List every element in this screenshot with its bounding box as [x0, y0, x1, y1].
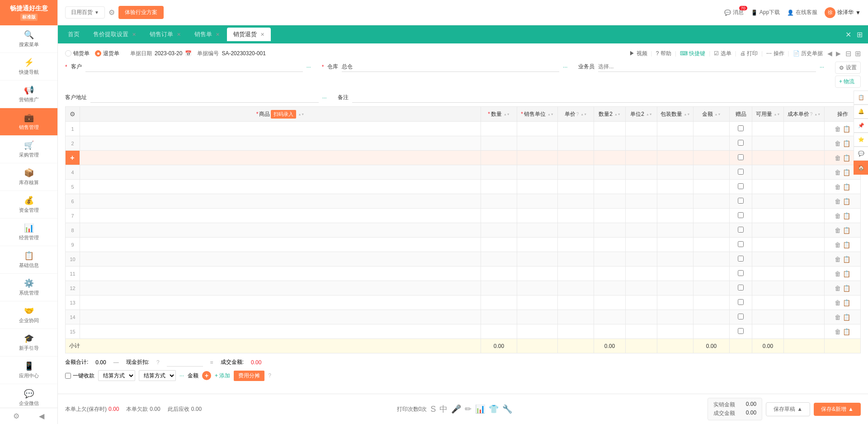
qty-cell-12[interactable]	[481, 281, 517, 295]
cost-unit-cell-8[interactable]	[784, 223, 825, 238]
pack-qty-cell-6[interactable]	[657, 194, 693, 209]
cost-unit-cell-11[interactable]	[784, 267, 825, 281]
gift-checkbox-14[interactable]	[738, 314, 744, 319]
qty2-cell-1[interactable]	[594, 122, 626, 136]
side-panel-btn-3[interactable]: 📌	[854, 119, 868, 133]
footer-icon-5[interactable]: 📊	[475, 404, 485, 414]
payment-method-select[interactable]: 结算方式	[98, 370, 135, 381]
available-cell-2[interactable]	[752, 136, 784, 151]
tab-close-sale-delivery[interactable]: ✕	[216, 32, 220, 38]
address-lookup-icon[interactable]: ···	[322, 95, 327, 101]
available-cell-14[interactable]	[752, 310, 784, 324]
delete-row-8-icon[interactable]: 🗑	[835, 227, 841, 234]
header-settings-icon[interactable]: ⚙	[108, 8, 115, 17]
qty2-cell-11[interactable]	[594, 267, 626, 281]
copy-row-13-icon[interactable]: 📋	[843, 299, 850, 306]
prev-record-icon[interactable]: ◀	[826, 49, 833, 58]
delete-row-5-icon[interactable]: 🗑	[835, 183, 841, 191]
qty2-cell-15[interactable]	[594, 324, 626, 339]
product-cell-12[interactable]	[80, 281, 481, 295]
product-cell-10[interactable]	[80, 252, 481, 267]
available-cell-12[interactable]	[752, 281, 784, 295]
copy-row-14-icon[interactable]: 📋	[843, 314, 850, 321]
sidebar-item-enterprise[interactable]: 🤝 企业协同	[0, 301, 57, 329]
col-resize-handle-cost[interactable]	[821, 110, 822, 118]
qty-cell-7[interactable]	[481, 209, 517, 223]
amount-cell-4[interactable]	[693, 165, 730, 180]
qty2-cell-2[interactable]	[594, 136, 626, 151]
copy-row-7-icon[interactable]: 📋	[843, 212, 850, 219]
copy-row-9-icon[interactable]: 📋	[843, 241, 850, 248]
address-input[interactable]	[90, 92, 319, 103]
sidebar-item-sales[interactable]: 💼 销售管理	[0, 108, 57, 136]
qty2-cell-5[interactable]	[594, 180, 626, 194]
unit-price-cell-13[interactable]	[558, 295, 594, 310]
qty2-cell-3[interactable]	[594, 151, 626, 165]
gift-cell-12[interactable]	[730, 281, 752, 295]
product-cell-13[interactable]	[80, 295, 481, 310]
sidebar-item-guide[interactable]: 🎓 新手引导	[0, 329, 57, 357]
product-cell-5[interactable]	[80, 180, 481, 194]
account-select[interactable]: 结算方式	[139, 370, 176, 381]
delete-row-15-icon[interactable]: 🗑	[835, 328, 841, 335]
amount-cell-13[interactable]	[693, 295, 730, 310]
sidebar-item-app-center[interactable]: 📱 应用中心	[0, 357, 57, 384]
footer-icon-3[interactable]: 🎤	[451, 404, 461, 414]
warehouse-lookup-icon[interactable]: ···	[563, 64, 567, 70]
copy-row-12-icon[interactable]: 📋	[843, 285, 850, 292]
add-logistics-button[interactable]: + 物流	[835, 76, 861, 88]
available-cell-13[interactable]	[752, 295, 784, 310]
table-settings-icon[interactable]: ⚙	[69, 110, 76, 119]
amount-cell-15[interactable]	[693, 324, 730, 339]
pack-qty-cell-5[interactable]	[657, 180, 693, 194]
gift-checkbox-13[interactable]	[738, 299, 744, 305]
available-cell-5[interactable]	[752, 180, 784, 194]
online-service-button[interactable]: 👤 在线客服	[787, 9, 817, 16]
sale-unit-cell-15[interactable]	[517, 324, 558, 339]
gift-checkbox-9[interactable]	[738, 241, 744, 247]
product-sort-icon[interactable]: ▲▼	[298, 113, 304, 116]
pack-qty-cell-8[interactable]	[657, 223, 693, 238]
fee-split-button[interactable]: 费用分摊	[234, 371, 264, 381]
cost-unit-cell-7[interactable]	[784, 209, 825, 223]
copy-row-8-icon[interactable]: 📋	[843, 227, 850, 234]
sidebar-item-inventory[interactable]: 📦 库存核算	[0, 163, 57, 191]
pack-qty-cell-4[interactable]	[657, 165, 693, 180]
gift-cell-9[interactable]	[730, 238, 752, 252]
sidebar-collapse-icon[interactable]: ◀	[39, 412, 44, 420]
product-cell-2[interactable]	[80, 136, 481, 151]
copy-row-11-icon[interactable]: 📋	[843, 270, 850, 277]
qty-cell-11[interactable]	[481, 267, 517, 281]
copy-row-10-icon[interactable]: 📋	[843, 256, 850, 263]
gift-checkbox-8[interactable]	[738, 227, 744, 233]
sale-unit-cell-11[interactable]	[517, 267, 558, 281]
available-cell-8[interactable]	[752, 223, 784, 238]
tab-home[interactable]: 首页	[61, 28, 86, 41]
delete-row-14-icon[interactable]: 🗑	[835, 314, 841, 321]
tab-maximize-icon[interactable]: ⊞	[855, 29, 864, 41]
unit2-sort-icon[interactable]: ▲▼	[646, 113, 652, 116]
settings-gear-button[interactable]: ⚙ 设置	[835, 62, 861, 74]
delete-row-9-icon[interactable]: 🗑	[835, 241, 841, 248]
qty-cell-2[interactable]	[481, 136, 517, 151]
side-panel-btn-2[interactable]: 🔔	[854, 105, 868, 119]
unit2-cell-10[interactable]	[626, 252, 657, 267]
unit-price-help-icon[interactable]: ?	[576, 112, 579, 117]
sale-unit-cell-8[interactable]	[517, 223, 558, 238]
qty-cell-9[interactable]	[481, 238, 517, 252]
tab-close-sale-price[interactable]: ✕	[132, 32, 136, 38]
unit2-cell-5[interactable]	[626, 180, 657, 194]
gift-checkbox-5[interactable]	[738, 183, 744, 189]
sidebar-item-search[interactable]: 🔍 搜索菜单	[0, 25, 57, 53]
app-download-button[interactable]: 📱 App下载	[751, 9, 780, 16]
product-cell-15[interactable]	[80, 324, 481, 339]
available-cell-4[interactable]	[752, 165, 784, 180]
unit-price-sort-icon[interactable]: ▲▼	[580, 113, 587, 116]
sidebar-item-basic-info[interactable]: 📋 基础信息	[0, 246, 57, 274]
gift-cell-4[interactable]	[730, 165, 752, 180]
add-row-button[interactable]: +	[67, 153, 77, 163]
gift-checkbox-1[interactable]	[738, 125, 744, 131]
unit-price-cell-2[interactable]	[558, 136, 594, 151]
copy-row-2-icon[interactable]: 📋	[843, 140, 850, 147]
pack-qty-cell-3[interactable]	[657, 151, 693, 165]
